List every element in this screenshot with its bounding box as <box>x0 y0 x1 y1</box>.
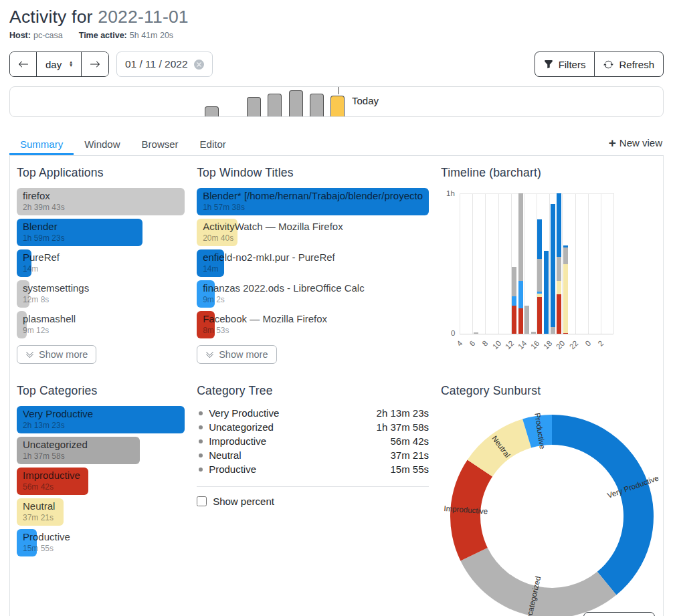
event-duration: 8m 53s <box>203 326 423 336</box>
event-duration: 2h 13m 23s <box>23 421 179 431</box>
category-tree-list: Very Productive2h 13m 23sUncategorized1h… <box>197 406 429 476</box>
section-title: Top Categories <box>17 384 185 398</box>
event-duration: 14m <box>203 264 423 274</box>
plus-icon: + <box>609 136 616 149</box>
time-active-label: Time active: <box>79 31 127 40</box>
chart-gridline <box>613 193 614 334</box>
event-title: systemsettings <box>23 282 179 295</box>
mini-bar <box>268 94 282 116</box>
stacked-bar-segment <box>537 294 542 297</box>
stacked-bar-segment <box>537 219 542 259</box>
y-axis-bottom-label: 0 <box>451 329 455 337</box>
bullet-dot-icon <box>199 411 203 415</box>
show-more-titles-button[interactable]: Show more <box>197 345 276 364</box>
mini-bar <box>247 97 261 116</box>
x-tick-label: 10 <box>486 339 502 356</box>
top-window-titles-list: Blender* [/home/hernan/Trabajo/blender/p… <box>197 188 429 338</box>
page-title-prefix: Activity for <box>9 7 93 27</box>
event-duration: 15m 55s <box>23 544 179 554</box>
bullet-dot-icon <box>199 425 203 429</box>
chart-gridline <box>498 193 499 334</box>
event-bar-item: Improductive56m 42s <box>17 468 185 495</box>
chart-top-gridline <box>460 193 613 194</box>
mini-bar <box>310 94 324 116</box>
chart-gridline <box>601 193 601 334</box>
category-tree-row: Uncategorized1h 37m 58s <box>197 420 429 434</box>
next-period-button[interactable] <box>82 52 108 76</box>
chart-gridline <box>588 193 589 334</box>
top-window-titles-section: Top Window Titles Blender* [/home/hernan… <box>197 166 429 364</box>
show-more-applications-button[interactable]: Show more <box>17 345 96 364</box>
section-title: Timeline (barchart) <box>441 166 656 180</box>
event-title: Blender* [/home/hernan/Trabajo/blender/p… <box>203 189 423 203</box>
category-duration: 1h 37m 58s <box>377 421 429 433</box>
event-title: ActivityWatch — Mozilla Firefox <box>203 220 423 233</box>
filters-button[interactable]: Filters <box>535 52 595 77</box>
toolbar-buttons: Filters Refresh <box>535 52 664 77</box>
category-duration: 37m 21s <box>390 449 429 461</box>
stacked-bar-segment <box>512 306 516 334</box>
activity-page: Activity for 2022-11-01 Host:pc-casa Tim… <box>0 0 673 616</box>
arrow-left-icon <box>18 59 29 70</box>
today-marker-line <box>338 87 339 94</box>
stacked-bar-segment <box>557 294 561 334</box>
event-duration: 37m 21s <box>23 513 179 523</box>
event-title: firefox <box>23 189 179 203</box>
event-duration: 20m 40s <box>203 233 423 243</box>
category-label: Uncategorized <box>209 421 274 433</box>
show-percent-checkbox[interactable] <box>197 496 207 506</box>
event-title: Neutral <box>23 500 179 513</box>
event-bar-item: Uncategorized1h 37m 58s <box>17 437 185 464</box>
event-bar-item: Very Productive2h 13m 23s <box>17 406 185 433</box>
tab-summary[interactable]: Summary <box>9 132 74 155</box>
date-input-value: 01 / 11 / 2022 <box>125 58 188 70</box>
tab-window[interactable]: Window <box>74 132 130 155</box>
sunburst-segment <box>552 415 654 595</box>
host-label: Host: <box>9 31 31 40</box>
event-duration: 2h 39m 43s <box>23 203 179 213</box>
section-title: Top Window Titles <box>197 166 429 180</box>
new-view-button[interactable]: + New view <box>607 130 664 155</box>
tab-editor[interactable]: Editor <box>189 132 237 155</box>
top-categories-list: Very Productive2h 13m 23sUncategorized1h… <box>17 406 185 556</box>
event-duration: 1h 37m 58s <box>23 451 179 461</box>
x-tick-label: 2 <box>588 339 605 356</box>
stacked-bar-segment <box>537 292 542 294</box>
event-bar-item: Neutral37m 21s <box>17 498 185 526</box>
bullet-dot-icon <box>199 439 203 443</box>
prev-period-button[interactable] <box>10 52 37 76</box>
category-tree-row: Neutral37m 21s <box>197 448 429 462</box>
top-applications-section: Top Applications firefox2h 39m 43sBlende… <box>17 166 185 364</box>
top-categories-section: Top Categories Very Productive2h 13m 23s… <box>17 384 185 616</box>
event-bar-item: firefox2h 39m 43s <box>17 188 185 215</box>
stacked-bar-segment <box>518 281 523 308</box>
event-title: Uncategorized <box>23 438 179 451</box>
stacked-bar-segment <box>524 306 529 334</box>
event-bar-item: Facebook — Mozilla Firefox8m 53s <box>197 311 429 338</box>
event-title: Improductive <box>23 469 179 482</box>
x-tick-label: 20 <box>549 339 566 356</box>
select-caret-icon: ▴▾ <box>70 61 72 67</box>
chart-gridline <box>485 193 486 334</box>
tabs-list: SummaryWindowBrowserEditor <box>9 132 237 155</box>
event-bar-item: PureRef14m <box>17 249 185 277</box>
event-bar-item: plasmashell9m 12s <box>17 311 185 338</box>
stacked-bar-segment <box>512 267 516 296</box>
section-title: Category Tree <box>197 384 429 398</box>
new-view-label: New view <box>619 137 662 148</box>
filters-label: Filters <box>559 59 586 70</box>
event-duration: 12m 8s <box>23 295 179 305</box>
divider <box>197 486 429 487</box>
date-input[interactable]: 01 / 11 / 2022 <box>116 52 213 77</box>
stacked-bar-segment <box>563 264 568 333</box>
period-select[interactable]: day ▴▾ <box>37 52 82 76</box>
category-tree-row: Productive15m 55s <box>197 462 429 476</box>
category-duration: 56m 42s <box>390 435 429 447</box>
clear-date-icon[interactable] <box>194 60 204 70</box>
event-duration: 1h 59m 23s <box>23 233 179 243</box>
tab-browser[interactable]: Browser <box>131 132 189 155</box>
event-duration: 9m 2s <box>203 295 423 305</box>
edit-view-button[interactable]: Edit view <box>583 612 655 616</box>
mini-timeline-panel[interactable]: Today <box>9 86 664 117</box>
refresh-button[interactable]: Refresh <box>594 52 664 77</box>
